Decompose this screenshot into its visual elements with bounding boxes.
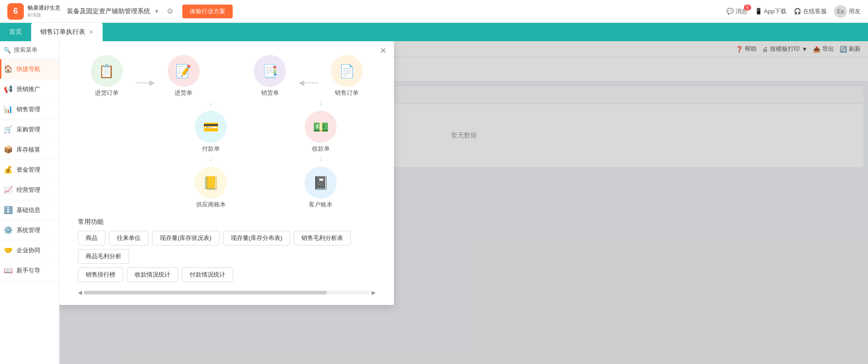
sidebar-item-marketing[interactable]: 📢 营销推广 — [0, 79, 59, 99]
message-btn[interactable]: 💬 消息 6 — [726, 7, 748, 16]
func-btn-product-margin[interactable]: 商品毛利分析 — [78, 249, 129, 264]
download-icon: 📱 — [755, 8, 762, 15]
receipt-icon: 💵 — [313, 120, 329, 135]
sidebar-item-system[interactable]: ⚙️ 系统管理 — [0, 220, 59, 240]
tab-home[interactable]: 首页 — [0, 23, 31, 41]
experience-btn[interactable]: 体验行业方案 — [182, 5, 233, 18]
sidebar-label-collab: 企业协同 — [16, 246, 40, 255]
online-service-label: 在线客服 — [803, 7, 827, 16]
header-right: 💬 消息 6 📱 App下载 🎧 在线客服 Ea 用友 — [726, 5, 861, 18]
search-menu[interactable]: 🔍 搜索菜单 — [0, 41, 59, 59]
base-info-icon: ℹ️ — [4, 206, 13, 214]
app-download-btn[interactable]: 📱 App下载 — [755, 7, 786, 16]
sidebar-label-quick-nav: 快捷导航 — [16, 65, 40, 73]
system-icon: ⚙️ — [4, 226, 13, 234]
inventory-icon: 📦 — [4, 145, 13, 154]
system-title: 装备及固定资产辅助管理系统 — [67, 7, 150, 16]
wf-label-purchase-doc: 进货单 — [175, 89, 192, 97]
sidebar-item-purchase[interactable]: 🛒 采购管理 — [0, 120, 59, 140]
chevron-down-icon[interactable]: ▼ — [154, 8, 159, 15]
message-badge: 6 — [744, 5, 751, 11]
online-service-btn[interactable]: 🎧 在线客服 — [794, 7, 827, 16]
scrollbar-thumb — [84, 291, 327, 294]
wf-label-sales-doc: 销货单 — [261, 89, 279, 97]
scrollbar-track[interactable] — [84, 291, 370, 294]
func-btn-sales-rank[interactable]: 销售排行榜 — [78, 267, 123, 282]
sidebar-label-operation: 经营管理 — [16, 186, 40, 194]
message-icon: 💬 — [726, 8, 734, 15]
avatar: Ea — [834, 5, 847, 18]
func-btn-stock-status[interactable]: 现存量(库存状况表) — [152, 231, 219, 245]
sidebar-item-sales[interactable]: 📊 销售管理 — [0, 99, 59, 120]
tab-home-label: 首页 — [9, 28, 22, 36]
avatar-text: Ea — [837, 8, 844, 15]
newbie-icon: 📖 — [4, 266, 13, 275]
app-download-label: App下载 — [764, 7, 786, 16]
content-area: ❓ 帮助 🖨 按模板打印 ▼ 📤 导出 🔄 刷新 📅 — [60, 41, 868, 364]
close-tab-icon[interactable]: ✕ — [89, 29, 93, 35]
scroll-left-arrow[interactable]: ◀ — [78, 289, 82, 296]
modal-close-icon[interactable]: ✕ — [380, 47, 387, 55]
sidebar-item-inventory[interactable]: 📦 库存核算 — [0, 140, 59, 160]
sidebar-item-finance[interactable]: 💰 资金管理 — [0, 160, 59, 180]
logo-text: 畅康通好生意 标准版 — [27, 5, 60, 18]
func-btn-receipt-stats[interactable]: 收款情况统计 — [127, 267, 178, 282]
sidebar-item-operation[interactable]: 📈 经营管理 — [0, 180, 59, 200]
func-btn-payment-stats[interactable]: 付款情况统计 — [182, 267, 233, 282]
wf-label-sales-order: 销售订单 — [335, 89, 359, 97]
wf-label-purchase-order: 进货订单 — [95, 89, 119, 97]
home-icon: 🏠 — [4, 65, 13, 73]
wf-label-supplier-ledger: 供应商账本 — [196, 201, 226, 209]
wf-node-customer-ledger: ↓ 📓 客户账本 — [284, 153, 357, 209]
wf-node-supplier-ledger: ↓ 📒 供应商账本 — [174, 153, 247, 209]
wf-node-sales-order: 📄 销售订单 — [318, 55, 376, 97]
sidebar-label-purchase: 采购管理 — [16, 125, 40, 134]
sidebar-label-finance: 资金管理 — [16, 166, 40, 174]
sidebar-label-marketing: 营销推广 — [16, 85, 40, 93]
wf-node-payment: ↓ 💳 付款单 — [174, 97, 247, 153]
collab-icon: 🤝 — [4, 246, 13, 255]
sidebar-item-base-info[interactable]: ℹ️ 基础信息 — [0, 200, 59, 220]
func-buttons-row2: 销售排行榜 收款情况统计 付款情况统计 — [78, 267, 376, 282]
tab-sales-order-label: 销售订单执行表 — [40, 28, 85, 36]
sidebar-label-sales: 销售管理 — [16, 105, 40, 114]
func-btn-counterpart[interactable]: 往来单位 — [109, 231, 148, 245]
logo-line1: 畅康通好生意 — [27, 5, 60, 12]
sales-order-icon: 📄 — [339, 64, 355, 79]
sidebar-item-collab[interactable]: 🤝 企业协同 — [0, 240, 59, 261]
supplier-ledger-icon: 📒 — [203, 175, 219, 190]
purchase-doc-icon: 📝 — [175, 64, 191, 79]
wf-node-purchase-order: 📋 进货订单 — [78, 55, 136, 97]
sidebar: 🔍 搜索菜单 🏠 快捷导航 📢 营销推广 📊 销售管理 🛒 采购管理 📦 库存核… — [0, 41, 60, 364]
sales-icon: 📊 — [4, 105, 13, 114]
sidebar-label-newbie: 新手引导 — [16, 266, 40, 275]
wf-label-customer-ledger: 客户账本 — [309, 201, 333, 209]
common-func: 常用功能 商品 往来单位 现存量(库存状况表) 现存量(库存分布表) 销售毛利分… — [78, 218, 376, 282]
user-area[interactable]: Ea 用友 — [834, 5, 861, 18]
arrow-sales-order-to-sales-doc: ▶ — [299, 78, 318, 87]
system-title-area: 装备及固定资产辅助管理系统 ▼ ⚙ 体验行业方案 — [67, 5, 726, 18]
service-icon: 🎧 — [794, 8, 801, 15]
tab-sales-order[interactable]: 销售订单执行表 ✕ — [31, 23, 103, 41]
wf-label-receipt: 收款单 — [312, 145, 330, 153]
modal-overlay: ✕ 📋 进货订单 — [60, 41, 868, 364]
func-btn-stock-dist[interactable]: 现存量(库存分布表) — [223, 231, 290, 245]
func-btn-product[interactable]: 商品 — [78, 231, 105, 245]
sidebar-label-inventory: 库存核算 — [16, 146, 40, 154]
user-name: 用友 — [849, 7, 861, 16]
gear-icon[interactable]: ⚙ — [167, 7, 173, 16]
purchase-order-icon: 📋 — [98, 64, 115, 79]
wf-node-purchase-doc: 📝 进货单 — [155, 55, 213, 97]
sidebar-item-quick-nav[interactable]: 🏠 快捷导航 — [0, 59, 59, 79]
customer-ledger-icon: 📓 — [313, 175, 329, 190]
arrow-purchase-to-purchase-doc: ▶ — [136, 78, 155, 87]
common-func-title: 常用功能 — [78, 218, 376, 226]
func-buttons-row1: 商品 往来单位 现存量(库存状况表) 现存量(库存分布表) 销售毛利分析表 商品… — [78, 231, 376, 264]
arrow-down-payment: ↓ — [209, 99, 213, 107]
scroll-right-arrow[interactable]: ▶ — [371, 289, 376, 296]
arrow-down-receipt: ↓ — [319, 99, 322, 107]
func-btn-sales-margin[interactable]: 销售毛利分析表 — [294, 231, 351, 245]
sidebar-label-system: 系统管理 — [16, 226, 40, 234]
tab-bar: 首页 销售订单执行表 ✕ — [0, 23, 868, 41]
sidebar-item-newbie[interactable]: 📖 新手引导 — [0, 261, 59, 281]
